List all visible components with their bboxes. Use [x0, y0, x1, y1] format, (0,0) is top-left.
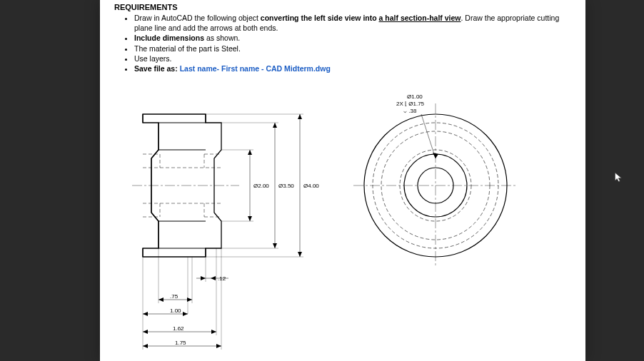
svg-marker-67 — [211, 330, 216, 334]
svg-marker-40 — [273, 123, 277, 128]
req-item-3: The material of the part is Steel. — [134, 44, 571, 54]
svg-marker-69 — [143, 344, 148, 348]
svg-marker-9 — [433, 153, 438, 158]
svg-marker-41 — [273, 243, 277, 248]
dim-h1: .12 — [218, 275, 226, 282]
dim-h5: 1.75 — [175, 340, 186, 346]
requirements-block: REQUIREMENTS Draw in AutoCAD the followi… — [100, 0, 585, 73]
requirements-list: Draw in AutoCAD the following object con… — [114, 13, 571, 73]
svg-marker-60 — [187, 298, 192, 302]
dim-h4: 1.62 — [173, 325, 184, 332]
drawing-svg: Ø1.00 2X ⌊ Ø1.75 ⌵ .38 — [121, 93, 564, 350]
dim-h3: 1.00 — [170, 307, 181, 314]
dim-d3: Ø4.00 — [303, 183, 319, 189]
svg-marker-59 — [159, 298, 163, 302]
svg-marker-57 — [211, 276, 216, 280]
dim-d2: Ø3.50 — [278, 183, 294, 189]
svg-marker-36 — [248, 216, 252, 221]
dim-h2: .75 — [170, 293, 178, 300]
leader-d2: 2X ⌊ Ø1.75 — [396, 101, 425, 107]
document-page: REQUIREMENTS Draw in AutoCAD the followi… — [100, 0, 585, 361]
cursor-icon — [614, 171, 624, 184]
svg-marker-64 — [183, 312, 188, 316]
svg-marker-45 — [298, 114, 302, 119]
svg-marker-63 — [143, 312, 148, 316]
leader-d3: ⌵ .38 — [403, 108, 417, 114]
req-item-4: Use layers. — [134, 54, 571, 63]
side-view: Ø2.00 Ø3.50 Ø4.00 .12 — [132, 114, 319, 350]
svg-marker-66 — [143, 330, 148, 334]
svg-marker-56 — [201, 276, 206, 280]
dim-d1: Ø2.00 — [253, 183, 269, 189]
front-view — [353, 103, 518, 268]
svg-marker-35 — [248, 150, 252, 155]
requirements-title: REQUIREMENTS — [114, 3, 571, 11]
req-item-2: Include dimensions as shown. — [134, 33, 571, 43]
req-item-5: Save file as: Last name- First name - CA… — [134, 63, 571, 73]
svg-marker-70 — [216, 344, 221, 348]
req-item-1: Draw in AutoCAD the following object con… — [134, 13, 571, 33]
svg-marker-46 — [298, 252, 302, 257]
leader-d1: Ø1.00 — [407, 93, 423, 100]
cad-drawing: Ø1.00 2X ⌊ Ø1.75 ⌵ .38 — [121, 93, 564, 350]
